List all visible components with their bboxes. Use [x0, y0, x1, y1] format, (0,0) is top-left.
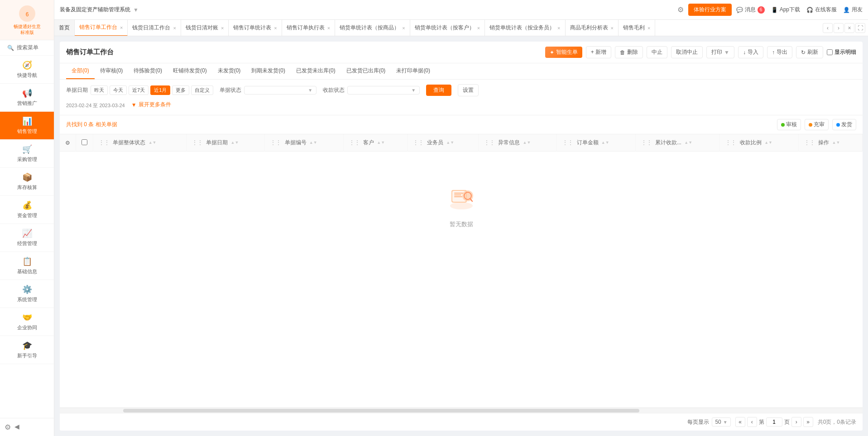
- experience-btn[interactable]: 体验行业方案: [688, 4, 732, 16]
- status-select[interactable]: ▼: [244, 86, 317, 95]
- sort-icon-5[interactable]: ▲▼: [523, 141, 531, 145]
- date-btn-近7天[interactable]: 近7天: [129, 85, 149, 95]
- sub-tab-not-printed[interactable]: 未打印单据(0): [391, 63, 436, 79]
- dropdown-arrow-icon[interactable]: ▼: [133, 7, 139, 13]
- tab-sales-by-customer[interactable]: 销货单统计表（按客户）×: [410, 20, 485, 36]
- ai-btn[interactable]: ✦ 智能生单: [545, 47, 582, 58]
- first-page-btn[interactable]: «: [735, 417, 745, 427]
- date-btn-更多[interactable]: 更多: [172, 85, 189, 95]
- tab-home[interactable]: 首页: [54, 20, 75, 36]
- settings-filter-btn[interactable]: 设置: [458, 84, 479, 96]
- sidebar-item-finance[interactable]: 💰 资金管理: [0, 196, 54, 224]
- sidebar-item-guide[interactable]: 🎓 新手引导: [0, 336, 54, 364]
- cancel-stop-btn[interactable]: 取消中止: [671, 46, 703, 58]
- sort-icon-6[interactable]: ▲▼: [601, 141, 609, 145]
- tab-sales-stat[interactable]: 销售订单统计表×: [229, 20, 282, 36]
- display-detail-checkbox[interactable]: 显示明细: [827, 48, 856, 56]
- page-input[interactable]: [766, 417, 782, 427]
- scrollbar-thumb[interactable]: [123, 409, 639, 412]
- action-btn-审核[interactable]: 审核: [777, 119, 801, 130]
- next-page-btn[interactable]: ›: [791, 417, 801, 427]
- sort-icon-3[interactable]: ▲▼: [377, 141, 385, 145]
- tab-cash-daily[interactable]: 钱货日清工作台×: [128, 20, 181, 36]
- tab-sales-workbench[interactable]: 销售订单工作台×: [75, 20, 128, 36]
- tab-sales-by-product[interactable]: 销货单统计表（按商品）×: [335, 20, 410, 36]
- payment-select[interactable]: ▼: [347, 86, 420, 95]
- sub-tab-not-shipped[interactable]: 未发货(0): [212, 63, 246, 79]
- tab-close-sales-exec[interactable]: ×: [327, 25, 330, 31]
- collapse-icon[interactable]: ◀: [14, 423, 19, 431]
- sort-icon-9[interactable]: ▲▼: [832, 141, 840, 145]
- tab-sales-exec[interactable]: 销售订单执行表×: [282, 20, 335, 36]
- sub-tab-pending-review[interactable]: 待审核(0): [95, 63, 129, 79]
- action-btn-发货[interactable]: 发货: [832, 119, 856, 130]
- sidebar-item-system[interactable]: ⚙️ 系统管理: [0, 280, 54, 308]
- tab-close-cash-daily[interactable]: ×: [173, 25, 176, 31]
- settings-icon[interactable]: ⚙: [677, 5, 684, 14]
- tab-close-sales-by-customer[interactable]: ×: [477, 25, 480, 31]
- app-download-btn[interactable]: 📱 App下载: [771, 6, 800, 14]
- col-settings[interactable]: ⚙: [60, 134, 76, 152]
- date-btn-自定义[interactable]: 自定义: [191, 85, 213, 95]
- sub-tab-shipped-not-out[interactable]: 已发货未出库(0): [291, 63, 341, 79]
- tab-sales-by-staff[interactable]: 销货单统计表（按业务员）×: [485, 20, 565, 36]
- print-btn[interactable]: 打印 ▼: [706, 46, 734, 58]
- select-all-checkbox[interactable]: [82, 139, 87, 145]
- add-btn[interactable]: + 新增: [586, 46, 611, 58]
- last-page-btn[interactable]: »: [803, 417, 813, 427]
- tab-close-sales-by-staff[interactable]: ×: [557, 25, 560, 31]
- col-checkbox[interactable]: [76, 134, 93, 152]
- sort-icon-2[interactable]: ▲▼: [309, 141, 317, 145]
- sidebar-item-purchase[interactable]: 🛒 采购管理: [0, 140, 54, 168]
- tab-close-all-btn[interactable]: ×: [844, 23, 854, 33]
- tab-prev-btn[interactable]: ‹: [823, 23, 833, 33]
- sidebar-search[interactable]: 🔍 搜索菜单: [0, 40, 54, 56]
- sidebar-item-inventory[interactable]: 📦 库存核算: [0, 168, 54, 196]
- stop-btn[interactable]: 中止: [647, 46, 667, 58]
- date-btn-今天[interactable]: 今天: [110, 85, 127, 95]
- tab-next-btn[interactable]: ›: [834, 23, 844, 33]
- sub-tab-all[interactable]: 全部(0): [66, 63, 95, 79]
- per-page-select[interactable]: 50 ▼: [712, 417, 730, 427]
- action-btn-充审[interactable]: 充审: [805, 119, 829, 130]
- sidebar-item-marketing[interactable]: 📢 营销推广: [0, 84, 54, 112]
- tab-close-cash-reconcile[interactable]: ×: [221, 25, 224, 31]
- date-btn-昨天[interactable]: 昨天: [91, 85, 108, 95]
- sort-icon-7[interactable]: ▲▼: [684, 141, 692, 145]
- sub-tab-overdue-not-ship[interactable]: 到期未发货(0): [246, 63, 291, 79]
- sort-icon-4[interactable]: ▲▼: [446, 141, 454, 145]
- tab-fullscreen-btn[interactable]: ⛶: [855, 23, 865, 33]
- tab-close-sales-more[interactable]: ×: [647, 25, 650, 31]
- display-detail-input[interactable]: [827, 49, 833, 55]
- sub-tab-pending-inspect[interactable]: 待拣验货(0): [128, 63, 168, 79]
- date-btn-近1月[interactable]: 近1月: [150, 85, 170, 95]
- query-btn[interactable]: 查询: [426, 85, 451, 96]
- user-menu-btn[interactable]: 👤 用友: [843, 6, 863, 14]
- tab-cash-reconcile[interactable]: 钱货日清对账×: [181, 20, 229, 36]
- export-btn[interactable]: ↑ 导出: [767, 46, 792, 58]
- sub-tab-wangpu-ship[interactable]: 旺铺待发货(0): [168, 63, 212, 79]
- import-btn[interactable]: ↓ 导入: [738, 46, 763, 58]
- tab-gross-margin[interactable]: 商品毛利分析表×: [566, 20, 619, 36]
- settings-icon[interactable]: ⚙: [5, 423, 11, 431]
- tab-close-sales-stat[interactable]: ×: [274, 25, 277, 31]
- sidebar-item-quick-nav[interactable]: 🧭 快捷导航: [0, 56, 54, 84]
- messages-btn[interactable]: 💬 消息 6: [736, 6, 765, 14]
- expand-conditions-btn[interactable]: ▼ 展开更多条件: [128, 99, 175, 110]
- delete-btn[interactable]: 🗑 删除: [615, 46, 643, 58]
- tab-sales-more[interactable]: 销售毛利×: [619, 20, 655, 36]
- sidebar-item-operations[interactable]: 📈 经营管理: [0, 224, 54, 252]
- tab-close-sales-workbench[interactable]: ×: [120, 25, 123, 30]
- sort-icon-0[interactable]: ▲▼: [149, 141, 157, 145]
- sort-icon-1[interactable]: ▲▼: [230, 141, 239, 145]
- tab-close-gross-margin[interactable]: ×: [611, 25, 614, 31]
- sidebar-item-sales-mgmt[interactable]: 📊 销售管理: [0, 112, 54, 140]
- online-service-btn[interactable]: 🎧 在线客服: [806, 6, 837, 14]
- sidebar-item-basic-info[interactable]: 📋 基础信息: [0, 252, 54, 280]
- tab-close-sales-by-product[interactable]: ×: [402, 25, 405, 31]
- prev-page-btn[interactable]: ‹: [747, 417, 757, 427]
- refresh-btn[interactable]: ↻ 刷新: [796, 46, 823, 58]
- scrollbar-area[interactable]: [60, 408, 863, 413]
- sidebar-item-enterprise[interactable]: 🤝 企业协同: [0, 308, 54, 336]
- sort-icon-8[interactable]: ▲▼: [764, 141, 772, 145]
